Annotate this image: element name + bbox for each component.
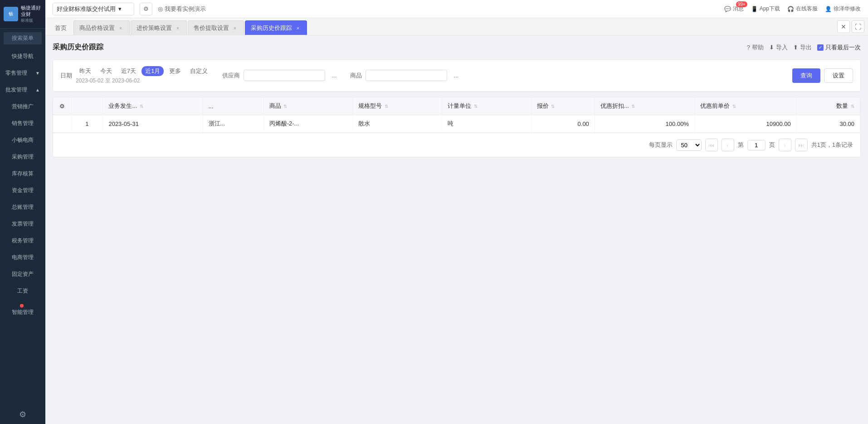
messages-button[interactable]: 💬 消息 99+ <box>724 5 744 13</box>
import-button[interactable]: ⬇ 导入 <box>769 43 788 52</box>
tab-purchase-strategy-close[interactable]: × <box>175 25 181 31</box>
app-icon: 📱 <box>751 6 758 12</box>
table-row: 1 2023-05-31 浙江... 丙烯酸-2-... 散水 吨 0.00 1… <box>53 115 860 133</box>
page-content: 采购历史价跟踪 ? 帮助 ⬇ 导入 ⬆ 导出 ✓ 只看最后一次 <box>45 35 868 424</box>
th-quantity[interactable]: 数量 ⇅ <box>796 97 860 115</box>
settings-button[interactable]: 设置 <box>824 68 853 83</box>
version-selector[interactable]: 好业财标准版交付试用 ▾ <box>53 3 134 15</box>
logo-badge: 标准版 <box>21 18 42 24</box>
th-pre-discount-price[interactable]: 优惠前单价 ⇅ <box>694 97 796 115</box>
topbar-right: 💬 消息 99+ 📱 App下载 🎧 在线客服 👤 徐泽华修改 <box>724 5 861 13</box>
help-button[interactable]: ? 帮助 <box>747 43 764 52</box>
sidebar-item-ecommerce-small[interactable]: 小畅电商 <box>0 132 45 149</box>
only-last-checkbox[interactable]: ✓ 只看最后一次 <box>817 43 861 52</box>
tab-purchase-history-close[interactable]: × <box>295 25 301 31</box>
export-button[interactable]: ⬆ 导出 <box>793 43 812 52</box>
tab-price-label: 商品价格设置 <box>79 24 115 32</box>
tab-purchase-strategy[interactable]: 进价策略设置 × <box>131 20 187 35</box>
messages-badge: 99+ <box>736 1 747 7</box>
table-body: 1 2023-05-31 浙江... 丙烯酸-2-... 散水 吨 0.00 1… <box>53 115 860 133</box>
demo-label: 我要看实例演示 <box>165 5 206 13</box>
user-button[interactable]: 👤 徐泽华修改 <box>825 5 861 13</box>
date-option-custom[interactable]: 自定义 <box>186 66 211 76</box>
logo-title: 畅捷通好业财 <box>21 5 42 18</box>
product-filter: 商品 ... <box>350 70 461 81</box>
sidebar-item-quick-nav: 快捷导航 <box>0 48 45 65</box>
sidebar: 畅 畅捷通好业财 标准版 搜索菜单 快捷导航 零售管理 ▼ 批发管理 ▲ 营销推… <box>0 0 45 424</box>
th-unit[interactable]: 计量单位 ⇅ <box>442 97 532 115</box>
sidebar-item-invoice[interactable]: 发票管理 <box>0 216 45 232</box>
tab-purchase-history[interactable]: 采购历史价跟踪 × <box>245 20 307 35</box>
query-button[interactable]: 查询 <box>792 68 820 83</box>
next-page-button[interactable]: › <box>779 139 791 151</box>
tab-sale-price-close[interactable]: × <box>232 25 238 31</box>
filter-bar: 日期 昨天 今天 近7天 近1月 更多 自定义 2023-05-02 至 202… <box>53 59 861 92</box>
tab-close-button[interactable]: ✕ <box>837 20 850 33</box>
sidebar-item-retail[interactable]: 零售管理 ▼ <box>0 65 45 82</box>
sidebar-item-ecommerce[interactable]: 电商管理 <box>0 249 45 266</box>
th-price[interactable]: 报价 ⇅ <box>531 97 595 115</box>
tab-home[interactable]: 首页 <box>49 20 73 35</box>
sidebar-item-wholesale[interactable]: 批发管理 ▲ <box>0 82 45 98</box>
prev-page-button[interactable]: ‹ <box>722 139 734 151</box>
gear-button[interactable]: ⚙ <box>19 410 26 419</box>
service-icon: 🎧 <box>787 6 794 12</box>
date-option-1month[interactable]: 近1月 <box>141 66 164 76</box>
service-button[interactable]: 🎧 在线客服 <box>787 5 818 13</box>
page-header: 采购历史价跟踪 ? 帮助 ⬇ 导入 ⬆ 导出 ✓ 只看最后一次 <box>53 43 861 52</box>
th-spec[interactable]: 规格型号 ⇅ <box>353 97 442 115</box>
product-dots[interactable]: ... <box>451 70 461 81</box>
date-option-7days[interactable]: 近7天 <box>117 66 140 76</box>
logo-icon: 畅 <box>4 7 18 21</box>
sidebar-item-account[interactable]: 总账管理 <box>0 199 45 216</box>
version-text: 好业财标准版交付试用 <box>57 5 116 13</box>
date-label: 日期 <box>60 72 72 80</box>
topbar: 好业财标准版交付试用 ▾ ⚙ ◎ 我要看实例演示 💬 消息 99+ 📱 App下… <box>45 0 868 18</box>
page-input[interactable] <box>747 140 766 150</box>
tab-maximize-button[interactable]: ⛶ <box>852 20 864 33</box>
product-input[interactable] <box>366 70 447 81</box>
sidebar-item-assets[interactable]: 固定资产 <box>0 266 45 283</box>
supplier-input[interactable] <box>244 70 325 81</box>
td-discount: 100.00% <box>595 115 694 133</box>
demo-button[interactable]: ◎ 我要看实例演示 <box>158 5 206 13</box>
tab-price[interactable]: 商品价格设置 × <box>73 20 130 35</box>
sidebar-item-smart[interactable]: 智能管理 <box>0 299 45 321</box>
th-gear[interactable]: ⚙ <box>53 97 71 115</box>
page-actions: ? 帮助 ⬇ 导入 ⬆ 导出 ✓ 只看最后一次 <box>747 43 861 52</box>
td-pre-discount-price: 10900.00 <box>694 115 796 133</box>
search-menu-button[interactable]: 搜索菜单 <box>4 32 42 44</box>
date-option-today[interactable]: 今天 <box>97 66 116 76</box>
tab-price-close[interactable]: × <box>117 25 124 31</box>
first-page-button[interactable]: ⏮ <box>705 139 718 151</box>
th-more[interactable]: ... <box>203 97 263 115</box>
filter-row: 日期 昨天 今天 近7天 近1月 更多 自定义 2023-05-02 至 202… <box>60 66 853 85</box>
sidebar-gear[interactable]: ⚙ <box>0 405 45 424</box>
chevron-down-icon: ▾ <box>118 5 122 12</box>
sidebar-item-sales[interactable]: 销售管理 <box>0 115 45 132</box>
sidebar-item-salary[interactable]: 工资 <box>0 283 45 299</box>
messages-icon: 💬 <box>724 6 731 12</box>
sidebar-search[interactable]: 搜索菜单 <box>0 29 45 48</box>
tab-purchase-history-label: 采购历史价跟踪 <box>251 24 292 32</box>
date-option-more[interactable]: 更多 <box>166 66 185 76</box>
sidebar-item-marketing[interactable]: 营销推广 <box>0 98 45 115</box>
th-discount[interactable]: 优惠折扣... ⇅ <box>595 97 694 115</box>
per-page-select[interactable]: 50 10 20 100 <box>676 140 702 151</box>
date-option-yesterday[interactable]: 昨天 <box>76 66 95 76</box>
sidebar-item-inventory[interactable]: 库存核算 <box>0 165 45 182</box>
app-download-button[interactable]: 📱 App下载 <box>751 5 780 13</box>
date-options-wrap: 昨天 今天 近7天 近1月 更多 自定义 2023-05-02 至 2023-0… <box>76 66 211 85</box>
sidebar-item-purchase[interactable]: 采购管理 <box>0 149 45 165</box>
supplier-dots[interactable]: ... <box>329 70 339 81</box>
sidebar-item-finance[interactable]: 资金管理 <box>0 182 45 199</box>
last-page-button[interactable]: ⏭ <box>795 139 808 151</box>
page-title: 采购历史价跟踪 <box>53 43 103 52</box>
td-date: 2023-05-31 <box>103 115 203 133</box>
th-date[interactable]: 业务发生... ⇅ <box>103 97 203 115</box>
th-product[interactable]: 商品 ⇅ <box>263 97 353 115</box>
sidebar-item-tax[interactable]: 税务管理 <box>0 232 45 249</box>
tab-sale-price[interactable]: 售价提取设置 × <box>188 20 244 35</box>
tab-home-label: 首页 <box>55 24 67 32</box>
topbar-settings-button[interactable]: ⚙ <box>140 3 152 15</box>
